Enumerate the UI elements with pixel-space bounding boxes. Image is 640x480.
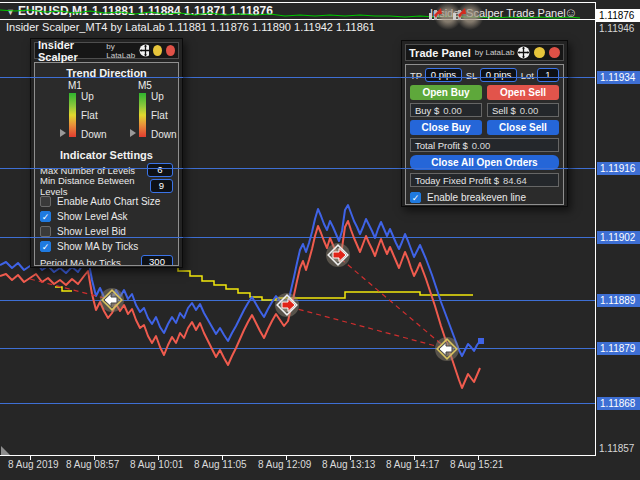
trade-panel-titlebar[interactable]: Trade Panel by LataLab xyxy=(405,44,564,61)
close-icon[interactable] xyxy=(549,47,560,58)
checkbox-row[interactable]: Enable Auto Chart Size xyxy=(40,194,173,209)
level-line xyxy=(401,168,568,169)
time-axis-label: 8 Aug 15:21 xyxy=(450,459,503,470)
trend-level-down: Down xyxy=(151,129,177,140)
time-axis-label: 8 Aug 12:09 xyxy=(258,459,311,470)
insider-scalper-panel: Insider Scalper by LataLab Trend Directi… xyxy=(30,38,183,268)
sl-input[interactable]: 0 pips xyxy=(480,68,517,82)
trade-panel-body: TP 0 pips SL 0 pips Lot 1 Open Buy Open … xyxy=(405,64,564,205)
price-level-label: 1.11934 xyxy=(597,71,640,84)
show-level-ask-checkbox[interactable]: ✓ xyxy=(40,211,51,222)
auto-chart-size-checkbox[interactable] xyxy=(40,196,51,207)
indicator-shortcut-icon[interactable] xyxy=(428,6,443,21)
collapse-icon[interactable] xyxy=(153,45,162,56)
mt4-chart-window: ▼EURUSD,M1 1.11881 1.11884 1.11871 1.118… xyxy=(0,0,640,480)
level-line xyxy=(30,168,183,169)
price-level-label: 1.11916 xyxy=(597,162,640,175)
checkbox-row[interactable]: ✓ Show Level Ask xyxy=(40,209,173,224)
timeframe-label: M5 xyxy=(138,80,152,91)
tp-input[interactable]: 0 pips xyxy=(425,68,462,82)
time-axis-tick xyxy=(222,456,223,460)
tp-label: TP xyxy=(410,70,422,81)
insider-panel-body: Trend Direction M1 M5 Up Flat Down Up Fl… xyxy=(34,62,179,266)
min-distance-input[interactable]: 9 xyxy=(150,179,173,193)
max-levels-label: Max Number of Levels xyxy=(40,165,135,176)
trend-pointer-m5 xyxy=(130,129,136,137)
panel-byline: by LataLab xyxy=(475,48,515,57)
time-axis-tick xyxy=(478,456,479,460)
time-axis-label: 8 Aug 14:17 xyxy=(386,459,439,470)
move-icon[interactable] xyxy=(139,44,150,57)
min-distance-label: Min Distance Between Levels xyxy=(40,175,150,197)
time-axis-tick xyxy=(30,456,31,460)
sell-profit-field: Sell $0.00 xyxy=(487,103,559,117)
collapse-icon[interactable] xyxy=(534,47,545,58)
trade-panel: Trade Panel by LataLab TP 0 pips SL 0 pi… xyxy=(401,40,568,207)
sl-label: SL xyxy=(466,70,478,81)
checkbox-label: Show Level Bid xyxy=(57,226,126,237)
trend-direction-block: M1 M5 Up Flat Down Up Flat Down xyxy=(40,80,173,148)
close-buy-button[interactable]: Close Buy xyxy=(410,120,482,135)
level-line xyxy=(30,77,183,78)
price-level-label: 1.11889 xyxy=(597,294,640,307)
checkbox-row[interactable]: ✓ Show MA by Ticks xyxy=(40,239,173,254)
indicator-settings-heading: Indicator Settings xyxy=(40,148,173,162)
move-icon[interactable] xyxy=(517,46,530,59)
time-axis-label: 8 Aug 11:05 xyxy=(194,459,247,470)
time-axis-tick xyxy=(414,456,415,460)
open-sell-button[interactable]: Open Sell xyxy=(487,85,559,100)
max-levels-input[interactable]: 6 xyxy=(147,163,173,177)
time-axis-label: 8 Aug 2019 xyxy=(8,459,59,470)
breakeven-checkbox[interactable]: ✓ xyxy=(410,192,421,203)
indicator-shortcut-icon[interactable] xyxy=(452,6,467,21)
close-sell-button[interactable]: Close Sell xyxy=(487,120,559,135)
trend-level-down: Down xyxy=(81,129,107,140)
last-price-dot xyxy=(478,338,484,344)
trend-level-up: Up xyxy=(81,91,94,102)
insider-panel-titlebar[interactable]: Insider Scalper by LataLab xyxy=(34,42,179,59)
timeframe-label: M1 xyxy=(68,80,82,91)
close-icon[interactable] xyxy=(166,45,175,56)
current-price-box: 1.11876 xyxy=(596,9,640,22)
time-axis-tick xyxy=(158,456,159,460)
level-line xyxy=(401,77,568,78)
checkbox-label: Show Level Ask xyxy=(57,211,128,222)
total-profit-field: Total Profit $0.00 xyxy=(410,138,559,152)
entry-signal-marker[interactable] xyxy=(275,293,299,317)
open-buy-button[interactable]: Open Buy xyxy=(410,85,482,100)
time-axis-tick xyxy=(94,456,95,460)
time-axis-label: 8 Aug 08:57 xyxy=(66,459,119,470)
checkbox-label: Enable Auto Chart Size xyxy=(57,196,160,207)
trend-level-flat: Flat xyxy=(81,110,98,121)
trend-pointer-m1 xyxy=(60,129,66,137)
period-ma-label: Period MA by Ticks xyxy=(40,257,121,267)
panel-title: Trade Panel xyxy=(409,47,471,59)
breakeven-row[interactable]: ✓ Enable breakeven line xyxy=(410,190,559,205)
panel-title: Insider Scalper xyxy=(38,39,102,63)
level-line xyxy=(30,237,183,238)
period-ma-input[interactable]: 300 xyxy=(141,255,173,266)
panel-byline: by LataLab xyxy=(106,42,138,60)
exit-signal-marker[interactable] xyxy=(435,337,459,361)
trend-level-flat: Flat xyxy=(151,110,168,121)
show-ma-by-ticks-checkbox[interactable]: ✓ xyxy=(40,241,51,252)
price-level-label: 1.11868 xyxy=(597,397,640,410)
lot-label: Lot xyxy=(521,70,534,81)
time-axis-label: 8 Aug 13:13 xyxy=(322,459,375,470)
signal-dashed-line[interactable] xyxy=(290,307,447,349)
today-fixed-profit-field: Today Fixed Profit $84.64 xyxy=(410,173,559,187)
checkbox-label: Show MA by Ticks xyxy=(57,241,138,252)
chart-corner-grip[interactable] xyxy=(1,446,10,455)
checkbox-label: Enable breakeven line xyxy=(427,192,526,203)
exit-signal-marker[interactable] xyxy=(100,288,124,312)
show-level-bid-checkbox[interactable] xyxy=(40,226,51,237)
price-level-label: 1.11902 xyxy=(597,231,640,244)
price-level-label: 1.11879 xyxy=(597,342,640,355)
trend-level-up: Up xyxy=(151,91,164,102)
ea-active-smiley-icon[interactable]: ☺ xyxy=(564,5,577,20)
time-axis-tick xyxy=(350,456,351,460)
entry-signal-marker[interactable] xyxy=(326,243,350,267)
time-axis-tick xyxy=(286,456,287,460)
lot-input[interactable]: 1 xyxy=(537,68,559,82)
time-axis-label: 8 Aug 10:01 xyxy=(130,459,183,470)
